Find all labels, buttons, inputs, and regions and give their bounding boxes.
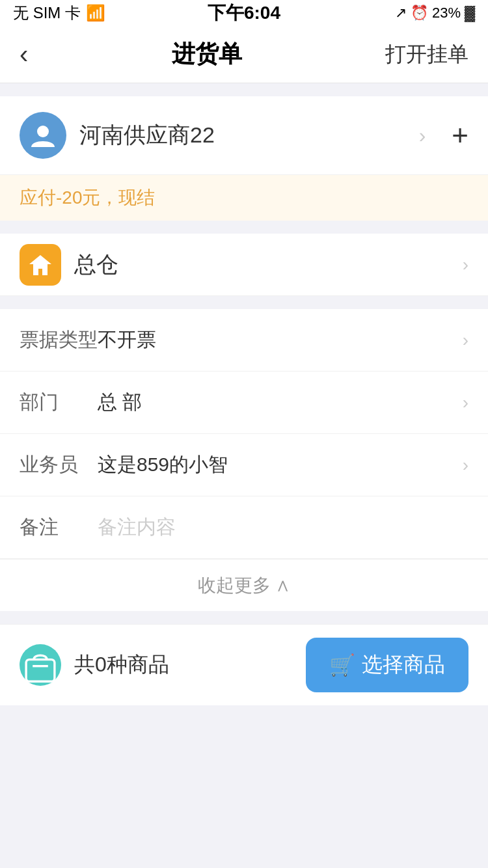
remark-row[interactable]: 备注 备注内容 <box>0 496 488 559</box>
select-product-label: 选择商品 <box>362 651 445 679</box>
balance-notice: 应付-20元，现结 <box>0 175 488 221</box>
salesperson-row[interactable]: 业务员 这是859的小智 › <box>0 434 488 496</box>
invoice-label: 票据类型 <box>20 327 98 353</box>
svg-rect-2 <box>26 660 55 682</box>
wifi-icon: 📶 <box>86 4 105 22</box>
supplier-avatar <box>20 112 66 159</box>
no-sim-label: 无 SIM 卡 <box>13 3 81 23</box>
salesperson-value: 这是859的小智 <box>98 452 463 478</box>
add-button[interactable]: + <box>452 119 468 152</box>
department-label: 部门 <box>20 389 98 416</box>
form-section: 票据类型 不开票 › 部门 总 部 › 业务员 这是859的小智 › 备注 备注… <box>0 309 488 611</box>
department-chevron-icon: › <box>463 392 468 413</box>
select-product-icon: 🛒 <box>329 653 355 677</box>
top-divider <box>0 83 488 96</box>
status-bar: 无 SIM 卡 📶 下午6:04 ↗ ⏰ 23% ▓ <box>0 0 488 26</box>
warehouse-chevron-icon: › <box>463 254 468 275</box>
location-icon: ↗ <box>395 5 407 21</box>
warehouse-name: 总仓 <box>74 250 463 280</box>
select-product-button[interactable]: 🛒 选择商品 <box>306 638 468 692</box>
battery-label: 23% <box>432 5 461 21</box>
supplier-name: 河南供应商22 <box>79 120 419 150</box>
warehouse-icon <box>20 244 61 286</box>
salesperson-label: 业务员 <box>20 452 98 478</box>
section-divider-1 <box>0 221 488 234</box>
open-pending-button[interactable]: 打开挂单 <box>385 40 468 69</box>
department-row[interactable]: 部门 总 部 › <box>0 372 488 434</box>
page-background <box>0 705 488 868</box>
alarm-icon: ⏰ <box>411 5 428 21</box>
warehouse-row[interactable]: 总仓 › <box>0 234 488 296</box>
remark-label: 备注 <box>20 514 98 541</box>
collapse-label: 收起更多 ∧ <box>198 573 291 598</box>
status-time: 下午6:04 <box>208 1 280 25</box>
back-button[interactable]: ‹ <box>20 40 28 69</box>
status-left: 无 SIM 卡 📶 <box>13 3 105 23</box>
department-value: 总 部 <box>98 389 463 416</box>
page-title: 进货单 <box>172 38 242 70</box>
invoice-chevron-icon: › <box>463 330 468 351</box>
remark-value: 备注内容 <box>98 514 468 541</box>
supplier-section: 河南供应商22 › + 应付-20元，现结 <box>0 96 488 221</box>
invoice-value: 不开票 <box>98 327 463 353</box>
bottom-bar: 共0种商品 🛒 选择商品 <box>0 624 488 705</box>
status-right: ↗ ⏰ 23% ▓ <box>395 5 475 21</box>
warehouse-section: 总仓 › <box>0 234 488 296</box>
supplier-row[interactable]: 河南供应商22 › + <box>0 96 488 175</box>
supplier-chevron-icon: › <box>419 124 426 148</box>
svg-marker-1 <box>29 255 51 275</box>
product-count: 共0种商品 <box>74 651 306 679</box>
collapse-row[interactable]: 收起更多 ∧ <box>0 559 488 611</box>
battery-icon: ▓ <box>465 5 475 21</box>
salesperson-chevron-icon: › <box>463 455 468 476</box>
invoice-row[interactable]: 票据类型 不开票 › <box>0 309 488 372</box>
nav-bar: ‹ 进货单 打开挂单 <box>0 26 488 83</box>
section-divider-3 <box>0 611 488 624</box>
section-divider-2 <box>0 296 488 309</box>
product-icon <box>20 644 61 686</box>
svg-point-0 <box>37 126 49 137</box>
